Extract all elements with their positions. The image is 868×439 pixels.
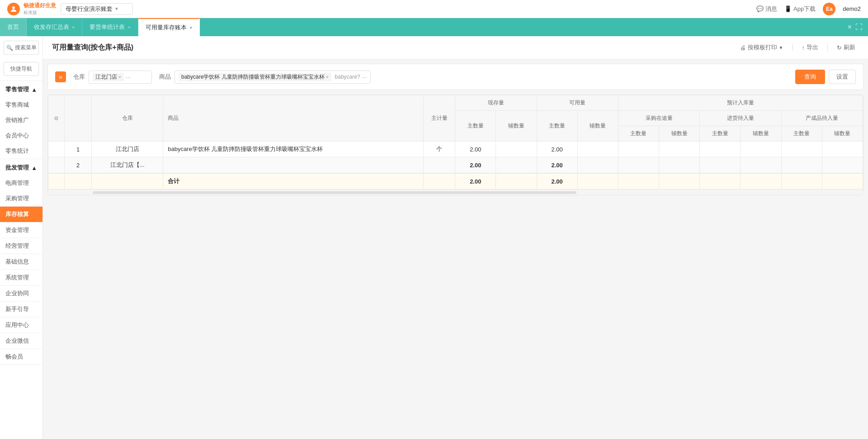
warehouse-label: 仓库 [73,73,85,81]
warehouse-more[interactable]: ··· [126,74,131,80]
product-more[interactable]: ··· [362,74,367,80]
sidebar-group-app-center: 应用中心 [0,317,42,333]
row2-stock-aux [496,157,537,174]
app-download-btn[interactable]: 📱 App下载 [784,5,816,13]
sidebar-item-retail-stats[interactable]: 零售统计 [0,143,42,159]
tab-order-stats[interactable]: 要货单统计表 × [82,18,138,36]
row1-avail-main: 2.00 [537,142,577,157]
close-all-btn[interactable]: × [848,23,852,31]
row2-stock-main: 2.00 [455,157,496,174]
product-tag1-close[interactable]: × [326,75,329,80]
sidebar-item-operations[interactable]: 经营管理 [0,238,42,254]
search-menu-btn[interactable]: 🔍 搜索菜单 [4,41,39,55]
row1-unit: 个 [424,142,455,157]
warehouse-input[interactable]: 江北门店 × ··· [89,71,152,84]
product-tag2-text: babycare? [335,74,360,80]
settings-btn[interactable]: 设置 [829,70,856,84]
product-tag1: babycare学饮杯 儿童防摔防撞吸管杯重力球吸嘴杯宝宝水杯 × [179,73,331,81]
row2-avail-main: 2.00 [537,157,577,174]
tab-available-stock[interactable]: 可用量库存账本 × [138,18,200,36]
col-stock-aux-qty: 辅数量 [496,111,537,142]
tab-receive-send-close[interactable]: × [72,24,75,30]
sidebar-item-system[interactable]: 系统管理 [0,270,42,285]
sidebar-item-ecommerce[interactable]: 电商管理 [0,175,42,191]
footer-finished-aux [822,173,863,189]
col-available-header: 可用量 [537,95,618,111]
row1-stock-main: 2.00 [455,142,496,157]
col-purchase-in-transit-header: 采购在途量 [618,111,699,126]
store-selector[interactable]: 母婴行业演示账套 ▼ [61,3,133,15]
sidebar-group-basic-info: 基础信息 [0,254,42,270]
col-current-stock-header: 现存量 [455,95,537,111]
footer-unit [424,173,455,189]
footer-row: 合计 2.00 2.00 [48,173,863,189]
page-actions: 🖨 按模板打印 ▼ ↑ 导出 ↻ 刷新 [736,42,859,53]
sidebar-item-basic-info[interactable]: 基础信息 [0,254,42,269]
warehouse-tag-close[interactable]: × [118,75,121,80]
tab-order-stats-close[interactable]: × [127,24,130,30]
logo-text: 畅捷通好生意 标准版 [24,2,56,16]
scroll-bar[interactable] [93,191,576,194]
product-input[interactable]: babycare学饮杯 儿童防摔防撞吸管杯重力球吸嘴杯宝宝水杯 × babyca… [175,71,371,84]
row1-index: 1 [65,142,92,157]
row2-warehouse: 江北门店【... [92,157,163,174]
footer-purchase-aux [659,173,700,189]
avatar[interactable]: Ea [823,3,835,15]
refresh-icon: ↻ [837,44,842,51]
message-btn[interactable]: 💬 消息 [756,5,777,13]
sidebar-group-inventory: 库存核算 [0,207,42,222]
sidebar-item-enterprise-wechat[interactable]: 企业微信 [0,333,42,349]
tab-home-label: 首页 [7,23,19,31]
nav-tabs: 首页 收发存汇总表 × 要货单统计表 × 可用量库存账本 × × ⛶ [0,18,868,36]
sidebar-item-newbie[interactable]: 新手引导 [0,302,42,317]
sidebar-item-inventory[interactable]: 库存核算 [0,207,42,222]
footer-avail-aux [577,173,618,189]
logo-area: 畅捷通好生意 标准版 [7,2,56,16]
layout: 🔍 搜索菜单 快捷导航 零售管理 ▲ 零售商城 营销推广 会员中心 零售统计 [0,36,868,439]
sidebar-item-purchase[interactable]: 采购管理 [0,191,42,206]
expand-btn[interactable]: ⛶ [855,23,863,31]
settings-icon[interactable]: ⚙ [54,115,59,122]
col-main-unit-header: 主计量 [424,95,455,142]
sidebar-group-vip: 畅会员 [0,349,42,365]
username: demo2 [843,5,861,12]
row1-product: babycare学饮杯 儿童防摔防撞吸管杯重力球吸嘴杯宝宝水杯 [163,142,424,157]
tab-home[interactable]: 首页 [0,18,27,36]
row1-warehouse: 江北门店 [92,142,163,157]
sidebar-item-app-center[interactable]: 应用中心 [0,317,42,333]
top-bar: 畅捷通好生意 标准版 母婴行业演示账套 ▼ 💬 消息 📱 App下载 Ea de… [0,0,868,18]
sidebar-item-marketing[interactable]: 营销推广 [0,113,42,128]
sidebar-item-retail-mall[interactable]: 零售商城 [0,97,42,113]
filter-expand-btn[interactable]: » [55,71,66,82]
quick-nav-btn[interactable]: 快捷导航 [4,62,39,76]
print-btn[interactable]: 🖨 按模板打印 ▼ [736,42,787,53]
filter-actions: 查询 设置 [795,70,856,84]
row1-goods-main [700,142,741,157]
sidebar-item-enterprise[interactable]: 企业协同 [0,286,42,301]
footer-label: 合计 [163,173,424,189]
sidebar-item-vip[interactable]: 畅会员 [0,349,42,364]
chevron-icon: ▲ [31,165,37,171]
sidebar-item-finance[interactable]: 资金管理 [0,222,42,238]
message-icon: 💬 [756,5,764,12]
download-icon: 📱 [784,5,792,12]
query-btn[interactable]: 查询 [795,70,825,84]
sidebar-group-operations: 经营管理 [0,238,42,254]
sidebar-group-enterprise-wechat: 企业微信 [0,333,42,349]
sidebar-item-member[interactable]: 会员中心 [0,128,42,143]
row2-unit [424,157,455,174]
col-warehouse-header: 仓库 [92,95,163,142]
refresh-btn[interactable]: ↻ 刷新 [833,42,859,53]
table-area: ⚙ 仓库 商品 主计量 现存量 可用量 预计入库量 主数量 辅数量 主数量 [47,94,863,195]
tab-available-stock-close[interactable]: × [189,25,192,30]
logo-icon [7,3,20,15]
store-selector-text: 母婴行业演示账套 [66,5,113,13]
page-title: 可用量查询(按仓库+商品) [52,43,133,52]
chevron-down-icon: ▼ [114,6,119,11]
tab-receive-send[interactable]: 收发存汇总表 × [27,18,82,36]
export-btn[interactable]: ↑ 导出 [798,42,822,53]
sidebar-group-wholesale-header[interactable]: 批发管理 ▲ [0,159,42,175]
print-dropdown-icon: ▼ [779,45,783,50]
sidebar-group-retail-header[interactable]: 零售管理 ▲ [0,81,42,97]
col-settings[interactable]: ⚙ [48,95,65,142]
